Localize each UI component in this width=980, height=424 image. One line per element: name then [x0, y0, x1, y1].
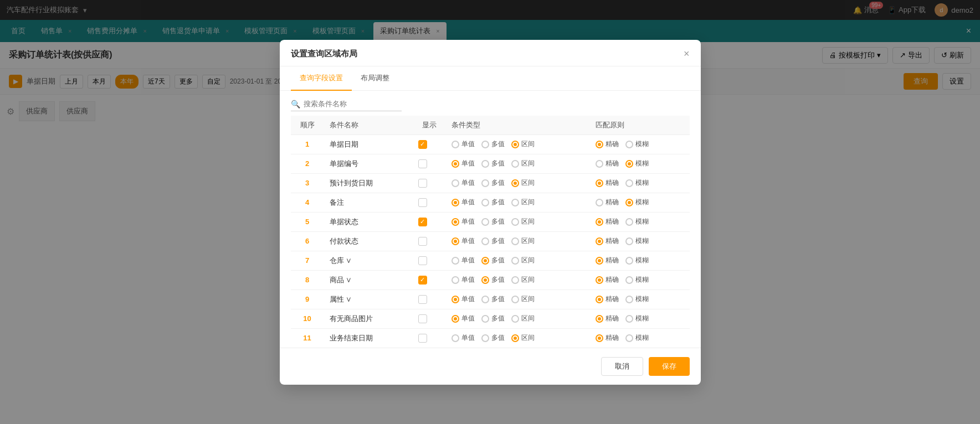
display-checkbox[interactable] [418, 198, 427, 207]
type-radio-区间[interactable]: 区间 [511, 294, 535, 304]
match-radio-模糊[interactable]: 模糊 [625, 275, 649, 285]
type-radio-区间[interactable]: 区间 [511, 159, 535, 168]
dialog-overlay: 设置查询区域布局 × 查询字段设置 布局调整 🔍 顺序 条件名称 显示 [0, 0, 980, 424]
row-display[interactable] [413, 154, 446, 173]
match-radio-精确[interactable]: 精确 [596, 198, 619, 207]
match-radio-模糊[interactable]: 模糊 [625, 139, 649, 149]
display-checkbox[interactable] [418, 276, 427, 285]
type-radio-多值[interactable]: 多值 [481, 217, 505, 226]
match-radio-模糊[interactable]: 模糊 [625, 294, 649, 304]
tab-layout-adjust[interactable]: 布局调整 [352, 66, 398, 91]
row-display[interactable] [413, 173, 446, 193]
type-radio-单值[interactable]: 单值 [451, 198, 475, 207]
row-name: 属性 ∨ [324, 289, 413, 309]
type-radio-单值[interactable]: 单值 [451, 217, 475, 226]
type-radio-单值[interactable]: 单值 [451, 256, 475, 265]
display-checkbox[interactable] [418, 334, 427, 343]
row-type: 单值多值区间 [446, 289, 590, 309]
row-type: 单值多值区间 [446, 270, 590, 289]
type-radio-区间[interactable]: 区间 [511, 139, 535, 149]
radio-circle [451, 199, 459, 206]
row-match: 精确模糊 [590, 289, 690, 309]
display-checkbox[interactable] [418, 256, 427, 265]
match-radio-模糊[interactable]: 模糊 [625, 198, 649, 207]
col-name: 条件名称 [324, 116, 413, 135]
match-radio-模糊[interactable]: 模糊 [625, 159, 649, 168]
display-checkbox[interactable] [418, 179, 427, 188]
cancel-button[interactable]: 取消 [601, 357, 643, 376]
row-match: 精确模糊 [590, 251, 690, 270]
match-radio-精确[interactable]: 精确 [596, 314, 619, 323]
match-radio-精确[interactable]: 精确 [596, 139, 619, 149]
dialog-close-button[interactable]: × [684, 49, 690, 59]
match-radio-模糊[interactable]: 模糊 [625, 178, 649, 188]
search-input[interactable] [304, 100, 392, 108]
type-radio-多值[interactable]: 多值 [481, 294, 505, 304]
type-radio-多值[interactable]: 多值 [481, 236, 505, 246]
match-radio-精确[interactable]: 精确 [596, 333, 619, 343]
radio-circle [451, 160, 459, 168]
match-radio-模糊[interactable]: 模糊 [625, 217, 649, 226]
type-radio-区间[interactable]: 区间 [511, 236, 535, 246]
type-radio-多值[interactable]: 多值 [481, 314, 505, 323]
type-radio-多值[interactable]: 多值 [481, 159, 505, 168]
save-button[interactable]: 保存 [649, 357, 690, 376]
match-radio-模糊[interactable]: 模糊 [625, 236, 649, 246]
type-radio-单值[interactable]: 单值 [451, 314, 475, 323]
type-radio-单值[interactable]: 单值 [451, 139, 475, 149]
type-radio-单值[interactable]: 单值 [451, 236, 475, 246]
type-radio-单值[interactable]: 单值 [451, 159, 475, 168]
match-radio-模糊[interactable]: 模糊 [625, 256, 649, 265]
display-checkbox[interactable] [418, 314, 427, 323]
type-radio-单值[interactable]: 单值 [451, 178, 475, 188]
type-radio-多值[interactable]: 多值 [481, 333, 505, 343]
match-radio-模糊[interactable]: 模糊 [625, 333, 649, 343]
type-radio-多值[interactable]: 多值 [481, 139, 505, 149]
type-radio-多值[interactable]: 多值 [481, 275, 505, 285]
display-checkbox[interactable] [418, 295, 427, 304]
type-radio-单值[interactable]: 单值 [451, 275, 475, 285]
display-checkbox[interactable] [418, 159, 427, 168]
row-order: 9 [291, 289, 324, 309]
display-checkbox[interactable] [418, 140, 427, 149]
row-display[interactable] [413, 193, 446, 212]
type-radio-区间[interactable]: 区间 [511, 178, 535, 188]
match-radio-精确[interactable]: 精确 [596, 275, 619, 285]
match-radio-精确[interactable]: 精确 [596, 217, 619, 226]
match-radio-精确[interactable]: 精确 [596, 159, 619, 168]
match-radio-精确[interactable]: 精确 [596, 178, 619, 188]
type-radio-单值[interactable]: 单值 [451, 294, 475, 304]
radio-circle [596, 257, 603, 265]
display-checkbox[interactable] [418, 218, 427, 226]
row-display[interactable] [413, 309, 446, 328]
tab-query-fields[interactable]: 查询字段设置 [291, 66, 352, 91]
type-radio-单值[interactable]: 单值 [451, 333, 475, 343]
match-radio-精确[interactable]: 精确 [596, 294, 619, 304]
row-display[interactable] [413, 328, 446, 348]
type-radio-区间[interactable]: 区间 [511, 217, 535, 226]
row-display[interactable] [413, 251, 446, 270]
type-radio-区间[interactable]: 区间 [511, 275, 535, 285]
match-radio-精确[interactable]: 精确 [596, 256, 619, 265]
display-checkbox[interactable] [418, 237, 427, 246]
table-row: 11业务结束日期单值多值区间精确模糊 [291, 328, 690, 348]
type-radio-区间[interactable]: 区间 [511, 333, 535, 343]
row-display[interactable] [413, 289, 446, 309]
type-radio-多值[interactable]: 多值 [481, 178, 505, 188]
type-radio-区间[interactable]: 区间 [511, 314, 535, 323]
row-display[interactable] [413, 135, 446, 154]
radio-circle [481, 237, 489, 245]
radio-circle [596, 296, 603, 303]
radio-circle [511, 276, 519, 284]
type-radio-区间[interactable]: 区间 [511, 256, 535, 265]
type-radio-区间[interactable]: 区间 [511, 198, 535, 207]
row-display[interactable] [413, 270, 446, 289]
row-display[interactable] [413, 231, 446, 251]
match-radio-精确[interactable]: 精确 [596, 236, 619, 246]
settings-dialog: 设置查询区域布局 × 查询字段设置 布局调整 🔍 顺序 条件名称 显示 [280, 40, 701, 385]
row-display[interactable] [413, 212, 446, 231]
type-radio-多值[interactable]: 多值 [481, 256, 505, 265]
type-radio-多值[interactable]: 多值 [481, 198, 505, 207]
match-radio-模糊[interactable]: 模糊 [625, 314, 649, 323]
dialog-title: 设置查询区域布局 [291, 49, 357, 59]
